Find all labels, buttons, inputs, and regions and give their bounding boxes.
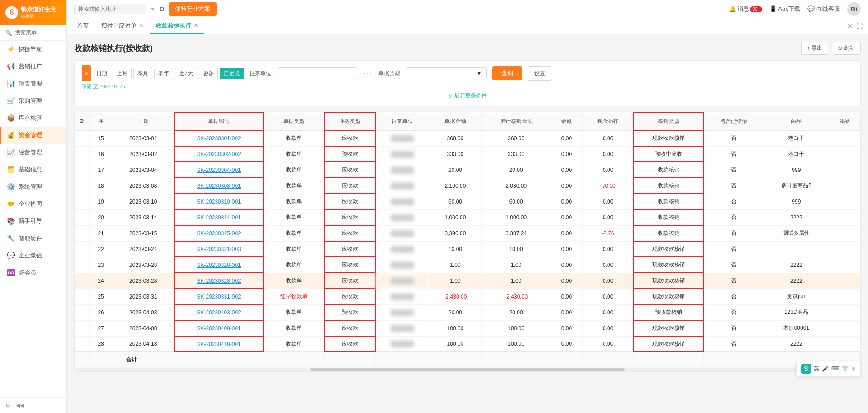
sidebar-item-finance[interactable]: 💰 资金管理	[0, 127, 66, 144]
td-cell: ██████	[376, 146, 429, 162]
date-btn-7days[interactable]: 近7天	[175, 68, 197, 79]
refresh-button[interactable]: ↻ 刷新	[832, 42, 861, 55]
date-btn-this-month[interactable]: 本月	[133, 68, 152, 79]
td-cell[interactable]: SK-20230315-002	[174, 225, 264, 241]
sidebar-item-basic-info[interactable]: 🗂️ 基础信息	[0, 161, 66, 178]
td-cell: 3,387.24	[481, 225, 551, 241]
tab-collection[interactable]: 收款核销执行 ✕	[150, 18, 204, 34]
online-service-link[interactable]: 💬 在线客服	[807, 5, 840, 13]
float-widget-grid-icon[interactable]: ⊞	[851, 366, 856, 372]
td-cell[interactable]: SK-20230321-003	[174, 241, 264, 257]
td-cell[interactable]: SK-20230308-001	[174, 178, 264, 194]
float-widget-shirt-icon[interactable]: 👕	[842, 366, 849, 372]
bill-type-select[interactable]: ▼	[406, 67, 487, 79]
table-row: 202023-03-14SK-20230314-001收款单应收款██████1…	[75, 209, 860, 225]
float-widget-mic-icon[interactable]: 🎤	[822, 366, 829, 372]
td-cell[interactable]: SK-20230314-001	[174, 209, 264, 225]
td-cell: 现款收款核销	[633, 336, 703, 352]
sidebar-item-wechat[interactable]: 💬 企业微信	[0, 247, 66, 264]
td-cell[interactable]: SK-20230403-002	[174, 304, 264, 320]
sidebar-item-operations[interactable]: 📈 经营管理	[0, 144, 66, 161]
td-cell: 1.00	[429, 257, 481, 273]
message-icon[interactable]: 🔔 消息99+	[729, 5, 763, 13]
sidebar-item-system[interactable]: ⚙️ 系统管理	[0, 178, 66, 195]
th-settings[interactable]: ⚙	[75, 113, 89, 130]
bill-type-filter-label: 单据类型	[378, 70, 400, 77]
td-cell[interactable]: SK-20230302-002	[174, 146, 264, 162]
sidebar-item-sales[interactable]: 📊 销售管理	[0, 75, 66, 92]
setting-button[interactable]: 设置	[528, 66, 552, 81]
td-cell[interactable]: SK-20230301-002	[174, 130, 264, 146]
industry-solution-button[interactable]: 体验行业方案	[169, 2, 217, 16]
table-row: 222023-03-21SK-20230321-003收款单应收款██████1…	[75, 241, 860, 257]
td-cell: 0.00	[551, 194, 583, 209]
td-cell[interactable]: SK-20230408-001	[174, 320, 264, 336]
expand-more-conditions[interactable]: ∨ 展开更多条件	[82, 90, 853, 101]
td-cell[interactable]: SK-20230418-001	[174, 336, 264, 352]
tab-prepay[interactable]: 预付单应付单 ✕	[95, 18, 150, 34]
sidebar-item-purchase[interactable]: 🛒 采购管理	[0, 92, 66, 109]
td-seq: 27	[89, 320, 113, 336]
tab-collection-close[interactable]: ✕	[194, 23, 198, 28]
td-cell[interactable]: SK-20230310-001	[174, 194, 264, 209]
td-cell: ██████	[376, 178, 429, 194]
table-footer-row: 合计	[75, 352, 860, 368]
sidebar-item-guide[interactable]: 📚 新手引导	[0, 213, 66, 230]
chevron-down-icon: ∨	[448, 93, 453, 99]
td-cell: 收款单	[264, 162, 324, 178]
tab-close-all-icon[interactable]: ✕	[847, 23, 853, 30]
scrollbar-thumb[interactable]	[310, 368, 624, 371]
td-cell: 否	[703, 146, 764, 162]
user-avatar[interactable]: Rit	[847, 2, 861, 16]
td-cell: 红字收款单	[264, 289, 324, 304]
td-cell[interactable]: SK-20230331-002	[174, 289, 264, 304]
date-btn-more[interactable]: 更多	[199, 68, 218, 79]
sidebar-collapse-icon[interactable]: ◀◀	[16, 402, 24, 408]
member-icon: ♾️	[7, 269, 15, 277]
td-cell: 123D商品	[764, 304, 829, 320]
settings-icon[interactable]: ⚙	[159, 5, 165, 13]
partner-input[interactable]	[277, 67, 358, 79]
filter-dots[interactable]: ···	[363, 69, 373, 78]
footer-balance	[551, 352, 583, 368]
td-cell: 否	[703, 225, 764, 241]
sidebar-item-quicknav[interactable]: ⚡ 快捷导航	[0, 41, 66, 58]
tab-home[interactable]: 首页	[71, 18, 95, 34]
export-button[interactable]: ↑ 导出	[801, 42, 828, 55]
search-menu-item[interactable]: 🔍 搜索菜单	[0, 25, 66, 41]
app-download-link[interactable]: 📱 App下载	[769, 5, 800, 13]
td-cell: ██████	[376, 336, 429, 352]
sidebar-item-hardware[interactable]: 🔧 智能硬件	[0, 230, 66, 247]
td-cell	[829, 241, 860, 257]
app-logo-icon: 6	[5, 6, 18, 19]
sidebar-item-marketing[interactable]: 📢 营销推广	[0, 58, 66, 75]
sidebar-item-label: 新手引导	[19, 217, 42, 225]
filter-collapse-button[interactable]: »	[82, 65, 91, 81]
horizontal-scrollbar[interactable]	[75, 368, 860, 371]
td-cell[interactable]: SK-20230304-001	[174, 162, 264, 178]
td-cell: 收款核销	[633, 225, 703, 241]
sidebar-item-label: 企业协同	[19, 200, 42, 208]
tab-expand-icon[interactable]: ⛶	[856, 23, 863, 30]
sidebar-bottom: ⚙ ◀◀	[0, 397, 66, 413]
td-cell: 收款单	[264, 194, 324, 209]
sidebar-item-member[interactable]: ♾️ 畅会员	[0, 264, 66, 281]
td-cell[interactable]: SK-20230328-002	[174, 273, 264, 289]
td-cell: 2023-03-04	[113, 162, 174, 178]
td-cell[interactable]: SK-20230328-001	[174, 257, 264, 273]
sidebar-settings-icon[interactable]: ⚙	[5, 402, 10, 408]
dropdown-icon[interactable]: ▼	[150, 6, 156, 12]
float-widget-keyboard-icon[interactable]: ⌨	[831, 366, 839, 372]
address-input[interactable]	[74, 4, 146, 14]
sidebar-item-collab[interactable]: 🤝 企业协同	[0, 195, 66, 213]
date-btn-last-month[interactable]: 上月	[113, 68, 132, 79]
date-filter-buttons: 上月 本月 本年 近7天 更多 自定义	[113, 68, 244, 79]
tab-prepay-close[interactable]: ✕	[139, 23, 143, 28]
query-button[interactable]: 查询	[492, 66, 522, 80]
td-cell: 否	[703, 289, 764, 304]
sidebar-item-inventory[interactable]: 📦 库存核算	[0, 109, 66, 127]
date-btn-custom[interactable]: 自定义	[220, 68, 244, 79]
td-cell: 0.00	[583, 162, 634, 178]
td-cell: 否	[703, 130, 764, 146]
date-btn-this-year[interactable]: 本年	[154, 68, 173, 79]
